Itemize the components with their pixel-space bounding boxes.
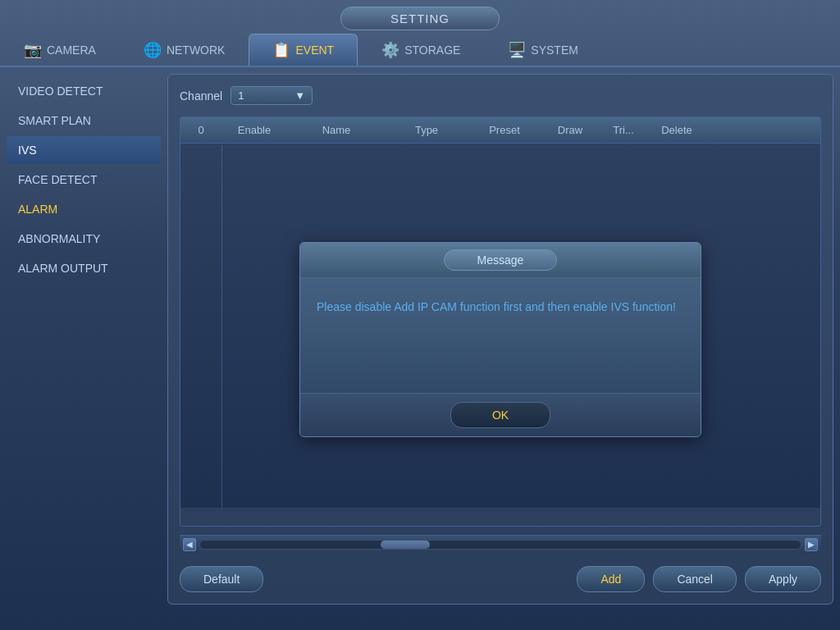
tab-system[interactable]: 🖥️ SYSTEM <box>484 34 602 66</box>
message-dialog: Message Please disable Add IP CAM functi… <box>299 242 701 437</box>
sidebar: VIDEO DETECT SMART PLAN IVS FACE DETECT … <box>7 74 161 605</box>
sidebar-item-alarm[interactable]: ALARM <box>7 195 161 223</box>
sidebar-item-smart-plan[interactable]: SMART PLAN <box>7 107 161 135</box>
main-area: VIDEO DETECT SMART PLAN IVS FACE DETECT … <box>0 67 840 611</box>
network-icon: 🌐 <box>144 41 162 59</box>
tab-network[interactable]: 🌐 NETWORK <box>120 34 249 66</box>
modal-footer: OK <box>300 393 701 436</box>
tab-camera[interactable]: 📷 CAMERA <box>0 34 120 66</box>
modal-ok-button[interactable]: OK <box>450 402 550 428</box>
sidebar-item-video-detect[interactable]: VIDEO DETECT <box>7 77 161 105</box>
sidebar-item-face-detect[interactable]: FACE DETECT <box>7 166 161 194</box>
modal-message: Please disable Add IP CAM function first… <box>317 298 684 316</box>
camera-icon: 📷 <box>24 41 42 59</box>
modal-title-bar: Message <box>300 243 701 278</box>
tab-event[interactable]: 📋 EVENT <box>249 34 358 66</box>
tab-storage[interactable]: ⚙️ STORAGE <box>358 34 484 66</box>
content-panel: Channel 1 ▼ 0 Enable Name Type Preset Dr… <box>167 74 833 605</box>
system-icon: 🖥️ <box>508 41 526 59</box>
modal-body: Please disable Add IP CAM function first… <box>300 278 701 393</box>
sidebar-item-abnormality[interactable]: ABNORMALITY <box>7 225 161 253</box>
modal-title: Message <box>444 249 558 271</box>
sidebar-item-alarm-output[interactable]: ALARM OUTPUT <box>7 254 161 282</box>
sidebar-item-ivs[interactable]: IVS <box>7 136 161 164</box>
event-icon: 📋 <box>272 41 290 59</box>
storage-icon: ⚙️ <box>381 41 399 59</box>
app-title: SETTING <box>340 7 500 30</box>
tab-bar: 📷 CAMERA 🌐 NETWORK 📋 EVENT ⚙️ STORAGE 🖥️… <box>0 34 840 67</box>
modal-overlay: Message Please disable Add IP CAM functi… <box>168 75 833 604</box>
title-bar: SETTING <box>0 0 840 30</box>
